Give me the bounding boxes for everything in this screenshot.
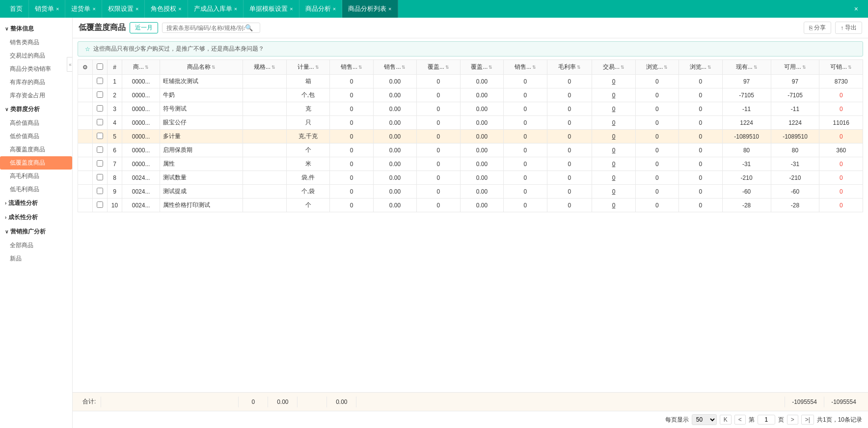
row-trade[interactable]: 0 [592,157,635,171]
nav-product-analysis-list-close[interactable]: × [388,6,391,12]
row-checkbox-cell[interactable] [93,157,108,171]
browse-link[interactable]: 0 [612,188,616,195]
browse-link[interactable]: 0 [612,174,616,181]
sidebar-item-low-coverage[interactable]: 低覆盖度商品 [0,156,72,170]
nav-purchase[interactable]: 进货单 × [65,0,102,18]
nav-inventory-close[interactable]: × [234,6,237,12]
row-checkbox[interactable] [97,174,103,180]
row-trade[interactable]: 0 [592,185,635,199]
share-button[interactable]: ⎘ 分享 [804,22,831,34]
sidebar-item-low-value[interactable]: 低价值商品 [0,130,72,143]
row-trade[interactable]: 0 [592,143,635,157]
row-trade[interactable]: 0 [592,75,635,88]
col-available[interactable]: 可用...⇅ [771,60,819,75]
last-page-button[interactable]: >| [801,415,814,425]
export-button[interactable]: ↑ 导出 [835,22,862,34]
sidebar-section-cluster[interactable]: ∨ 类群度分析 [0,102,72,116]
col-sales1[interactable]: 销售...⇅ [330,60,373,75]
sidebar-item-category-rate[interactable]: 商品分类动销率 [0,62,72,76]
window-close-button[interactable]: × [848,5,864,13]
nav-inventory[interactable]: 产成品入库单 × [188,0,244,18]
nav-product-analysis-close[interactable]: × [333,6,336,12]
sidebar-section-growth[interactable]: › 成长性分析 [0,210,72,225]
row-trade[interactable]: 0 [592,171,635,185]
sidebar-item-high-margin[interactable]: 高毛利商品 [0,170,72,183]
col-sellable[interactable]: 可销...⇅ [819,60,863,75]
nav-permissions[interactable]: 权限设置 × [102,0,145,18]
row-checkbox[interactable] [97,119,103,125]
browse-link[interactable]: 0 [612,133,616,140]
col-unit[interactable]: 计量...⇅ [286,60,329,75]
nav-template[interactable]: 单据模板设置 × [244,0,299,18]
col-trade[interactable]: 交易...⇅ [592,60,635,75]
browse-link[interactable]: 0 [612,147,616,154]
sidebar-item-sales-goods[interactable]: 销售类商品 [0,36,72,49]
browse-link[interactable]: 0 [612,119,616,126]
row-trade[interactable]: 0 [592,88,635,102]
row-checkbox[interactable] [97,188,103,194]
col-current[interactable]: 现有...⇅ [722,60,771,75]
sidebar-section-marketing[interactable]: ∨ 营销推广分析 [0,225,72,239]
sidebar-item-stocked-goods[interactable]: 有库存的商品 [0,76,72,89]
sidebar-item-high-value[interactable]: 高价值商品 [0,116,72,130]
row-checkbox-cell[interactable] [93,171,108,185]
nav-product-analysis[interactable]: 商品分析 × [299,0,342,18]
search-input[interactable] [166,25,245,31]
col-sales3[interactable]: 销售...⇅ [504,60,547,75]
col-code[interactable]: 商...⇅ [122,60,160,75]
sidebar-item-inventory-capital[interactable]: 库存资金占用 [0,89,72,102]
browse-link[interactable]: 0 [612,106,616,113]
nav-roles[interactable]: 角色授权 × [145,0,188,18]
sidebar-section-overview[interactable]: ∨ 整体信息 [0,22,72,36]
browse-link[interactable]: 0 [612,92,616,99]
browse-link[interactable]: 0 [612,78,616,85]
col-browse2[interactable]: 浏览...⇅ [679,60,722,75]
row-checkbox[interactable] [97,78,103,84]
row-checkbox[interactable] [97,133,103,139]
page-number-input[interactable] [758,415,775,425]
nav-sales[interactable]: 销货单 × [29,0,65,18]
row-checkbox[interactable] [97,146,103,153]
nav-permissions-close[interactable]: × [136,6,138,12]
row-trade[interactable]: 0 [592,130,635,143]
col-settings[interactable]: ⚙ [78,60,93,75]
nav-sales-close[interactable]: × [56,6,59,12]
sidebar-item-new-goods[interactable]: 新品 [0,252,72,265]
prev-page-button[interactable]: < [734,415,746,425]
row-trade[interactable]: 0 [592,116,635,130]
next-page-button[interactable]: > [787,415,798,425]
sidebar-section-liquidity[interactable]: › 流通性分析 [0,196,72,210]
settings-icon[interactable]: ⚙ [82,64,88,71]
sidebar-item-high-coverage[interactable]: 高覆盖度商品 [0,143,72,156]
row-checkbox-cell[interactable] [93,116,108,130]
row-checkbox[interactable] [97,201,103,208]
row-checkbox-cell[interactable] [93,185,108,199]
row-checkbox[interactable] [97,160,103,167]
nav-home[interactable]: 首页 [4,0,29,18]
row-checkbox[interactable] [97,91,103,98]
col-spec[interactable]: 规格...⇅ [243,60,286,75]
col-cover1[interactable]: 覆盖...⇅ [417,60,460,75]
time-filter-button[interactable]: 近一月 [130,22,158,33]
row-trade[interactable]: 0 [592,199,635,212]
sidebar-item-low-margin[interactable]: 低毛利商品 [0,183,72,196]
col-browse1[interactable]: 浏览...⇅ [635,60,678,75]
nav-product-analysis-list[interactable]: 商品分析列表 × [342,0,398,18]
nav-purchase-close[interactable]: × [92,6,95,12]
first-page-button[interactable]: K [720,415,732,425]
row-checkbox-cell[interactable] [93,88,108,102]
row-checkbox-cell[interactable] [93,75,108,88]
row-checkbox-cell[interactable] [93,143,108,157]
browse-link[interactable]: 0 [612,202,616,209]
row-checkbox-cell[interactable] [93,199,108,212]
per-page-select[interactable]: 50 20 100 200 [692,414,717,425]
col-margin[interactable]: 毛利率⇅ [547,60,592,75]
col-sales2[interactable]: 销售...⇅ [373,60,416,75]
col-name[interactable]: 商品名称⇅ [160,60,243,75]
row-checkbox-cell[interactable] [93,130,108,143]
sidebar-collapse-button[interactable]: « [67,57,73,72]
row-trade[interactable]: 0 [592,102,635,116]
browse-link[interactable]: 0 [612,161,616,168]
col-checkbox[interactable] [93,60,108,75]
sidebar-item-traded-goods[interactable]: 交易过的商品 [0,49,72,62]
